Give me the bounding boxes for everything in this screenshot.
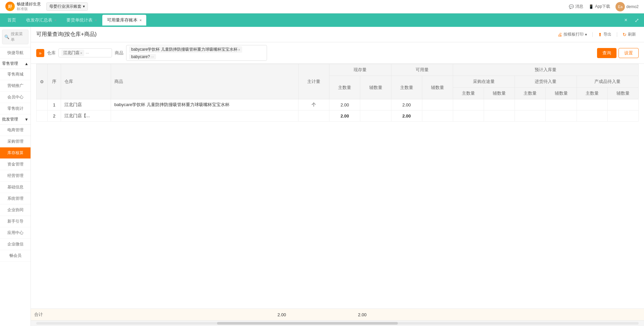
th-goods: 商品 — [111, 64, 298, 99]
settings-button[interactable]: 设置 — [619, 48, 639, 58]
org-selector[interactable]: 母婴行业演示账套 ▾ — [46, 2, 88, 11]
tab-order-stat-label: 要货单统计表 — [66, 17, 93, 23]
goods-tag2-more[interactable]: ··· — [151, 54, 154, 59]
member2-label: 畅会员 — [9, 253, 21, 258]
quicknav-label: 快捷导航 — [7, 50, 23, 55]
sidebar-item-member[interactable]: 会员中心 — [0, 92, 31, 103]
sidebar-item-appstore[interactable]: 应用中心 — [0, 227, 31, 239]
scroll-thumb[interactable] — [217, 322, 398, 325]
sidebar-item-retail-mgmt[interactable]: 零售管理 ▲ — [0, 59, 31, 69]
close-all-tabs-button[interactable]: × — [621, 15, 631, 25]
maximize-button[interactable]: ⤢ — [632, 15, 641, 25]
tab-order-stat[interactable]: 要货单统计表 × — [62, 15, 101, 26]
sidebar-item-purchase[interactable]: 采购管理 — [0, 136, 31, 147]
sidebar-item-member2[interactable]: 畅会员 — [0, 250, 31, 262]
enterprise-label: 企业协同 — [7, 207, 23, 212]
sidebar-item-business[interactable]: 经营管理 — [0, 170, 31, 182]
sidebar-item-newbie[interactable]: 新手引导 — [0, 216, 31, 227]
goods-filter[interactable]: babycare学饮杯 儿童防摔防撞吸管杯重力球吸嘴杯宝宝水杯 × babyca… — [126, 45, 267, 61]
cell-available-aux — [422, 99, 453, 110]
goods-tag1[interactable]: babycare学饮杯 儿童防摔防撞吸管杯重力球吸嘴杯宝宝水杯 × — [129, 46, 242, 53]
sidebar-item-basic-info[interactable]: 基础信息 — [0, 182, 31, 193]
sidebar-item-system[interactable]: 系统管理 — [0, 193, 31, 204]
th-unit: 主计量 — [299, 64, 329, 99]
goods-tag1-remove[interactable]: × — [238, 48, 240, 52]
sidebar-item-wechat-work[interactable]: 企业微信 — [0, 239, 31, 250]
warehouse-tag-remove[interactable]: × — [80, 51, 82, 55]
sidebar-item-ecommerce[interactable]: 电商管理 — [0, 125, 31, 136]
print-button[interactable]: 🖨 按模板打印 ▾ — [555, 30, 590, 39]
sidebar-item-finance[interactable]: 资金管理 — [0, 159, 31, 170]
sidebar-item-retail-mall[interactable]: 零售商城 — [0, 69, 31, 80]
message-button[interactable]: 💬 消息 — [569, 4, 583, 9]
logo-text-wrap: 畅捷通好生意 标准版 — [17, 2, 41, 11]
warehouse-tag[interactable]: 江北门店 × — [61, 50, 84, 56]
sidebar-item-marketing[interactable]: 营销推广 — [0, 80, 31, 92]
top-bar-left: 好 畅捷通好生意 标准版 母婴行业演示账套 ▾ — [5, 2, 88, 11]
sidebar-item-retail-stats[interactable]: 零售统计 — [0, 103, 31, 114]
th-incoming-group: 进货待入量 — [515, 76, 577, 88]
search-menu-button[interactable]: 🔍 搜索菜单 — [2, 30, 29, 44]
app-download-button[interactable]: 📱 App下载 — [589, 4, 610, 9]
member-label: 会员中心 — [7, 95, 23, 99]
sidebar-item-enterprise[interactable]: 企业协同 — [0, 204, 31, 216]
page-header-actions: 🖨 按模板打印 ▾ ⬆ 导出 ↻ 刷新 — [555, 30, 639, 39]
warehouse-more-icon[interactable]: ··· — [86, 51, 89, 55]
nav-tabs: 首页 收发存汇总表 × 要货单统计表 × 可用量库存账本 × × ⤢ — [0, 13, 644, 27]
th-product-aux: 辅数量 — [607, 88, 638, 99]
tab-available-stock[interactable]: 可用量库存账本 × — [102, 15, 146, 26]
th-plan-group: 预计入库量 — [453, 64, 638, 76]
summary-label: 合计 — [34, 312, 43, 318]
ecommerce-label: 电商管理 — [7, 128, 23, 132]
tab-receive-send-label: 收发存汇总表 — [26, 17, 52, 23]
page-header: 可用量查询(按仓库+商品) 🖨 按模板打印 ▾ ⬆ 导出 ↻ 刷新 — [31, 27, 644, 42]
tab-home[interactable]: 首页 — [3, 15, 21, 26]
cell-settings — [37, 99, 48, 110]
nav-right-buttons: × ⤢ — [621, 15, 641, 25]
sidebar-item-wholesale-mgmt[interactable]: 批发管理 ▼ — [0, 114, 31, 125]
export-label: 导出 — [603, 32, 611, 37]
newbie-label: 新手引导 — [7, 219, 23, 224]
cell-incoming-aux — [546, 99, 577, 110]
finance-label: 资金管理 — [7, 162, 23, 167]
chevron-down-icon: ▼ — [24, 117, 29, 122]
cell-purchase-aux — [484, 110, 515, 122]
query-button[interactable]: 查询 — [597, 48, 616, 58]
refresh-icon: ↻ — [623, 32, 627, 37]
tab-receive-send[interactable]: 收发存汇总表 × — [21, 15, 61, 26]
expand-button[interactable]: » — [36, 49, 44, 57]
tab-available-stock-label: 可用量库存账本 — [107, 17, 138, 23]
th-settings[interactable]: ⚙ — [37, 64, 48, 99]
th-purchase-main: 主数量 — [453, 88, 484, 99]
username: demo2 — [626, 4, 639, 9]
tab-order-stat-close[interactable]: × — [95, 18, 97, 22]
export-icon: ⬆ — [598, 32, 602, 37]
export-button[interactable]: ⬆ 导出 — [595, 30, 614, 39]
retail-mall-label: 零售商城 — [7, 72, 23, 77]
filter-action-buttons: 查询 设置 — [597, 48, 639, 58]
appstore-label: 应用中心 — [7, 230, 23, 235]
summary-stock-main: 2.00 — [262, 312, 302, 317]
tab-available-stock-close[interactable]: × — [140, 18, 142, 22]
sidebar-item-inventory[interactable]: 库存核算 — [0, 147, 31, 159]
cell-product-aux — [607, 99, 638, 110]
cell-stock-aux — [360, 99, 391, 110]
table-row: 2 江北门店【... 2.00 2.00 — [37, 110, 639, 122]
user-profile[interactable]: Ea demo2 — [615, 2, 639, 11]
print-icon: 🖨 — [557, 32, 562, 37]
cell-warehouse: 江北门店 — [61, 99, 111, 110]
warehouse-filter[interactable]: 江北门店 × ··· — [58, 48, 112, 57]
chevron-down-icon: ▾ — [585, 32, 587, 37]
th-warehouse: 仓库 — [61, 64, 111, 99]
cell-product-main — [577, 110, 607, 122]
goods-tag2[interactable]: babycare? ··· — [129, 54, 156, 59]
message-icon: 💬 — [569, 4, 574, 9]
cell-goods: babycare学饮杯 儿童防摔防撞吸管杯重力球吸嘴杯宝宝水杯 — [111, 99, 298, 110]
sidebar: 🔍 搜索菜单 快捷导航 零售管理 ▲ 零售商城 营销推广 会员中心 零售统计 批… — [0, 27, 31, 326]
sidebar-item-quicknav[interactable]: 快捷导航 — [0, 47, 31, 59]
tab-receive-send-close[interactable]: × — [54, 18, 56, 22]
horizontal-scrollbar[interactable] — [36, 322, 639, 325]
refresh-button[interactable]: ↻ 刷新 — [620, 30, 639, 39]
main-layout: 🔍 搜索菜单 快捷导航 零售管理 ▲ 零售商城 营销推广 会员中心 零售统计 批… — [0, 27, 644, 326]
app-subtitle: 标准版 — [17, 6, 41, 11]
